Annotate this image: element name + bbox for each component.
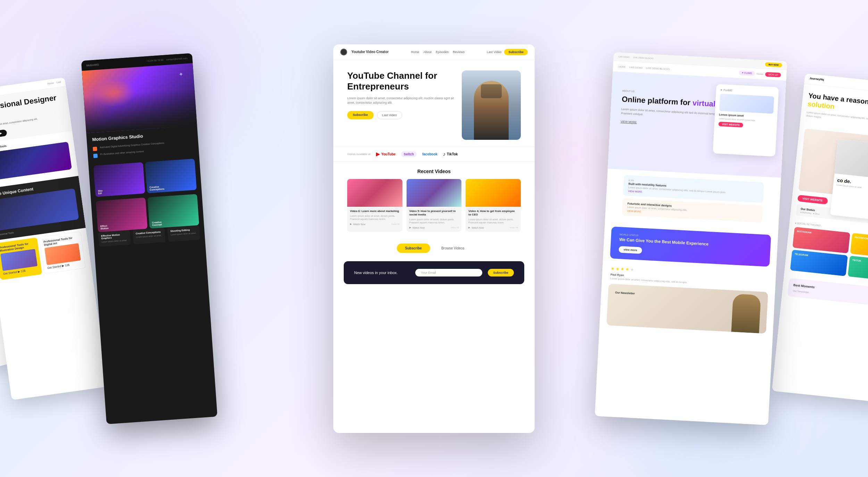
youtube-tiktok-label: TikTok xyxy=(447,152,458,156)
platform-nav-main: HOME LIVE DEMO LIVE DEMO BLOCKS xyxy=(619,65,670,70)
tool-mini-card-2: Professional Tools for Digital Art Get S… xyxy=(39,231,86,274)
video-watch-arrow-1: ▶ xyxy=(350,223,352,225)
youtube-nav: Youtube Video Creator Home About Episode… xyxy=(333,44,535,60)
far-right-newsletter: Best Moments Our Newsletter xyxy=(787,278,868,308)
star-5-empty: ★ xyxy=(630,267,634,272)
fnm5-badge: ✦ FunM5 xyxy=(739,70,755,76)
youtube-hero-last-video-btn[interactable]: Last Video xyxy=(377,111,402,119)
youtube-videos-grid: Video 6: Learn more about marketing Lore… xyxy=(347,179,521,232)
video-info-3: Video 4: How to get from employee to CEO… xyxy=(466,207,521,232)
tool-mini-image-2 xyxy=(44,243,81,265)
platform-buy-btn[interactable]: BUY NOW xyxy=(765,62,782,67)
dark-brand: MotionMS xyxy=(86,63,99,67)
social-tiktok: TIKTOK xyxy=(848,255,868,282)
youtube-platforms-label: Videos available at xyxy=(347,153,370,156)
youtube-hero-desc: Lorem ipsum dolor sit amet, consectetur … xyxy=(347,96,455,105)
youtube-camera-icon xyxy=(481,84,502,98)
social-facebook: FACEBOOK xyxy=(850,233,868,259)
youtube-hero-title: YouTube Channel for Entrepreneurs xyxy=(347,70,455,92)
youtube-nav-episodes[interactable]: Episodes xyxy=(436,50,449,54)
tool-get-started-btn[interactable]: Get Started ▶ xyxy=(0,129,7,139)
dark-list-desc-3: Lorem ipsum dolor sit amet. xyxy=(170,232,197,236)
dark-nav-email: contact@email.com xyxy=(166,57,187,61)
dark-list-desc-1: Lorem ipsum dolor sit amet. xyxy=(101,239,128,244)
video-watch-label-2: Watch Now xyxy=(412,227,425,229)
platform-person-image xyxy=(731,293,761,333)
video-title-3: Video 4: How to get from employee to CEO xyxy=(468,210,518,217)
youtube-hero-subscribe-btn[interactable]: Subscribe xyxy=(347,111,374,119)
far-right-image-area: co.de. Lorem ipsum dolor sit amet xyxy=(799,128,868,202)
video-title-1: Video 6: Learn more about marketing xyxy=(350,210,400,213)
far-right-visit-btn[interactable]: VISIT WEBSITE xyxy=(797,195,828,204)
youtube-nav-home[interactable]: Home xyxy=(411,50,419,54)
tool-create: Create Unique Content Professional Tools xyxy=(0,176,86,241)
youtube-nav-logo xyxy=(340,49,347,56)
video-desc-2: Lorem ipsum dolor sit amet, dictum ponts… xyxy=(409,218,459,224)
youtube-browse-btn[interactable]: Browse Videos xyxy=(434,244,471,253)
youtube-newsletter-input[interactable]: Your Email xyxy=(415,269,482,276)
platform-nav-home[interactable]: HOME xyxy=(619,65,626,68)
platform-link-live[interactable]: LIVE DEMO xyxy=(618,56,630,58)
dark-list-title-2: Creative Conceptions xyxy=(136,230,162,235)
center-youtube-card: Youtube Video Creator Home About Episode… xyxy=(333,44,535,433)
video-info-2: Video 5: How to present yourself in soci… xyxy=(407,207,462,232)
video-watch-2[interactable]: ▶ Watch Now Video 05 xyxy=(409,226,459,229)
video-desc-1: Lorem ipsum dolor sit amet, dictum ponts… xyxy=(350,214,400,221)
youtube-recent-videos: Recent Videos Video 6: Learn more about … xyxy=(333,162,535,239)
social-grid: INSTAGRAM FACEBOOK TELEGRAM TIKTOK xyxy=(790,227,868,282)
platform-link-demo-blocks[interactable]: LIVE DEMO BLOCKS xyxy=(633,56,654,59)
platform-mobile-section: WORLD STATUS We Can Give You the Best Mo… xyxy=(610,226,771,266)
dark-nav-links: +1234 56 78 90 contact@email.com xyxy=(147,57,188,63)
platform-nav-about-link[interactable]: Home xyxy=(757,72,763,75)
youtube-nav-about[interactable]: About xyxy=(423,50,432,54)
youtube-nav-links: Home About Episodes Reviews xyxy=(411,50,465,54)
youtube-hero-text: YouTube Channel for Entrepreneurs Lorem … xyxy=(347,70,455,119)
video-watch-3[interactable]: ▶ Watch Now Video 04 xyxy=(468,226,518,229)
tool-mini-card-1: Professional Tools for Illustration Desi… xyxy=(0,237,42,280)
youtube-last-video-link[interactable]: Last Video xyxy=(487,50,501,54)
video-card-1: Video 6: Learn more about marketing Lore… xyxy=(347,179,402,232)
far-right-code-accent: . xyxy=(843,178,845,183)
video-watch-1[interactable]: ▶ Watch Now Video 06 xyxy=(350,223,400,225)
youtube-newsletter: New videos in your inbox. Your Email Sub… xyxy=(344,261,524,284)
tool-nav-live[interactable]: Live xyxy=(57,80,61,84)
video-title-2: Video 5: How to present yourself in soci… xyxy=(409,210,459,217)
far-right-card: JourneyNq LIVE DEMO LIVE DEMO BLOCKS BUY… xyxy=(772,73,868,404)
youtube-nav-right: Last Video Subscribe xyxy=(487,49,528,55)
platform-image-section: Our Newsletter xyxy=(607,283,768,333)
dark-item-color-2 xyxy=(93,153,98,158)
platform-hero: ABOUT US Online platform for virtual ide… xyxy=(608,71,786,178)
video-desc-3: Lorem ipsum dolor sit amet, dictum ponts… xyxy=(468,218,518,224)
platform-nav-blocks[interactable]: LIVE DEMO BLOCKS xyxy=(646,67,670,70)
youtube-platforms-row: Videos available at ▶ YouTube twitch fac… xyxy=(333,147,535,162)
tool-nav-home[interactable]: Home xyxy=(47,82,54,86)
tool-mini-image-1 xyxy=(0,249,37,271)
video-watch-label-1: Watch Now xyxy=(353,223,366,225)
youtube-cta-row: Subscribe Browse Videos xyxy=(333,239,535,258)
dark-list-desc-2: Lorem ipsum dolor sit amet. xyxy=(136,234,162,239)
fnm5-cta-btn[interactable]: SIGN UP xyxy=(765,72,781,77)
dark-thumb-label-3: EffectMotion xyxy=(100,224,109,230)
tool-cards-row: Professional Tools for Illustration Desi… xyxy=(0,230,92,285)
video-number-3: Video 04 xyxy=(510,227,518,229)
platform-feature-1: e sta Built with neo/utility features Lo… xyxy=(623,175,764,203)
youtube-hero-buttons: Subscribe Last Video xyxy=(347,111,455,119)
youtube-subscribe-btn[interactable]: Subscribe xyxy=(504,49,528,55)
star-2: ★ xyxy=(616,266,620,271)
tool-image-row xyxy=(0,141,72,181)
dark-item-text-2: Pr Illustration and other amazing conten… xyxy=(100,150,144,156)
far-right-social: ● SOCIAL NETWORKS INSTAGRAM FACEBOOK TEL… xyxy=(784,217,868,287)
platform-embed-btn[interactable]: VISIT WEBSITE xyxy=(718,121,743,127)
youtube-nav-reviews[interactable]: Reviews xyxy=(453,50,465,54)
platform-mobile-cta[interactable]: view more xyxy=(619,246,642,253)
dark-list-title-1: Effective Motion Graphics xyxy=(101,233,128,239)
platform-nav-live[interactable]: LIVE DEMO xyxy=(629,66,642,69)
youtube-newsletter-btn[interactable]: Subscribe xyxy=(488,269,514,276)
youtube-fb-badge: facebook xyxy=(422,152,437,156)
dark-hero-glow xyxy=(93,77,136,108)
dark-item-color-1 xyxy=(93,146,97,151)
social-facebook-label: FACEBOOK xyxy=(851,233,868,247)
star-1: ★ xyxy=(611,266,615,271)
youtube-main-subscribe-btn[interactable]: Subscribe xyxy=(397,244,430,253)
dark-thumb-2: CreativeConceptions xyxy=(145,159,197,193)
